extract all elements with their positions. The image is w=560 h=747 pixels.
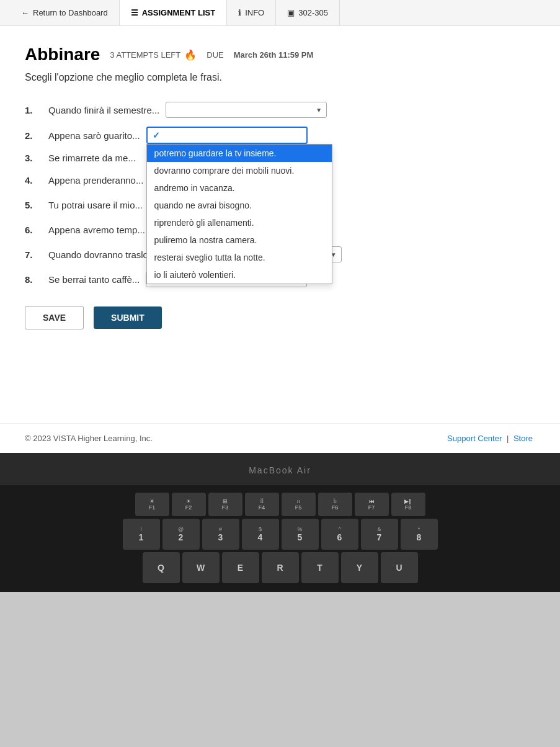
key-w[interactable]: W [182,552,220,583]
key-q[interactable]: Q [143,552,180,583]
footer: © 2023 VISTA Higher Learning, Inc. Suppo… [0,423,560,453]
key-6[interactable]: ^6 [321,519,358,550]
copyright: © 2023 VISTA Higher Learning, Inc. [25,434,153,443]
assignment-list-label: ASSIGNMENT LIST [142,8,215,17]
q-text-8: Se berrai tanto caffè... [48,274,140,285]
macbook-label: MacBook Air [0,465,560,475]
q-number-7: 7. [25,249,42,260]
q-text-1: Quando finirà il semestre... [48,105,159,115]
key-u[interactable]: U [381,552,418,583]
question-item-2: 2. Appena sarò guarito... ✓ potremo guar… [25,127,535,144]
assignment-header: Abbinare 3 ATTEMPTS LEFT 🔥 DUE March 26t… [25,45,535,65]
key-e[interactable]: E [222,552,259,583]
q1-select[interactable] [166,102,327,118]
q2-dropdown-list: potremo guardare la tv insieme. dovranno… [146,144,332,284]
question-item-1: 1. Quando finirà il semestre... [25,102,535,118]
key-2[interactable]: @2 [162,519,200,550]
return-to-dashboard[interactable]: ← Return to Dashboard [10,0,120,25]
list-icon: ☰ [131,8,138,17]
store-link[interactable]: Store [513,434,533,443]
dropdown-option-2[interactable]: dovranno comprare dei mobili nuovi. [147,162,332,179]
check-icon: ✓ [153,130,160,140]
q-number-3: 3. [25,153,42,163]
support-center-link[interactable]: Support Center [447,434,502,443]
q-text-4: Appena prenderanno... [48,175,143,186]
key-4[interactable]: $4 [242,519,279,550]
key-f2[interactable]: ☀F2 [172,493,206,516]
num-key-row: !1 @2 #3 $4 %5 ^6 &7 *8 [6,519,554,550]
q-number-4: 4. [25,175,42,186]
key-r[interactable]: R [262,552,299,583]
dropdown-option-4[interactable]: quando ne avrai bisogno. [147,197,332,214]
footer-links: Support Center | Store [445,434,535,443]
q-number-2: 2. [25,130,42,141]
return-label: Return to Dashboard [33,8,108,17]
pages-icon: ▣ [287,8,295,17]
info-icon: ℹ [238,8,241,17]
dropdown-option-8[interactable]: io li aiuterò volentieri. [147,266,332,284]
instructions: Scegli l'opzione che meglio completa le … [25,72,535,83]
dropdown-option-1[interactable]: potremo guardare la tv insieme. [147,145,332,162]
q2-dropdown-wrapper[interactable]: ✓ potremo guardare la tv insieme. dovran… [146,127,308,144]
key-3[interactable]: #3 [202,519,239,550]
arrow-left-icon: ← [21,8,29,17]
info-label: INFO [245,8,264,17]
dropdown-option-6[interactable]: puliremo la nostra camera. [147,231,332,249]
assignment-title: Abbinare [25,45,100,65]
content-area: Abbinare 3 ATTEMPTS LEFT 🔥 DUE March 26t… [0,26,560,423]
q-text-3: Se rimarrete da me... [48,153,136,163]
key-y[interactable]: Y [341,552,378,583]
key-f5[interactable]: ⠶F5 [282,493,316,516]
key-f4[interactable]: ⠿F4 [245,493,279,516]
attempts-badge: 3 ATTEMPTS LEFT 🔥 [110,49,197,61]
submit-button[interactable]: SUBMIT [94,306,162,329]
q-number-8: 8. [25,274,42,285]
q-text-2: Appena sarò guarito... [48,130,140,141]
dropdown-option-7[interactable]: resterai sveglio tutta la notte. [147,249,332,266]
due-date: March 26th 11:59 PM [234,50,314,60]
assignment-list-nav[interactable]: ☰ ASSIGNMENT LIST [120,0,227,25]
question-list: 1. Quando finirà il semestre... 2. Appen… [25,102,535,287]
fn-key-row: ☀F1 ☀F2 ⊞F3 ⠿F4 ⠶F5 ⠷F6 ⏮F7 ▶‖F8 [6,493,554,516]
pages-label: 302-305 [298,8,328,17]
key-7[interactable]: &7 [361,519,398,550]
q-number-1: 1. [25,105,42,115]
attempts-label: 3 ATTEMPTS LEFT [110,50,180,60]
q-number-5: 5. [25,200,42,210]
key-f1[interactable]: ☀F1 [135,493,169,516]
pages-nav[interactable]: ▣ 302-305 [276,0,340,25]
q2-dropdown-field[interactable]: ✓ [146,127,308,144]
button-row: SAVE SUBMIT [25,306,535,329]
key-f8[interactable]: ▶‖F8 [391,493,425,516]
key-8[interactable]: *8 [401,519,438,550]
key-5[interactable]: %5 [282,519,319,550]
q1-select-wrapper[interactable] [166,102,327,118]
dropdown-option-3[interactable]: andremo in vacanza. [147,179,332,197]
key-1[interactable]: !1 [123,519,160,550]
q-number-6: 6. [25,225,42,235]
key-f3[interactable]: ⊞F3 [208,493,242,516]
key-f6[interactable]: ⠷F6 [318,493,352,516]
fire-icon: 🔥 [184,49,197,61]
dropdown-option-5[interactable]: riprenderò gli allenamenti. [147,214,332,231]
top-navigation: ← Return to Dashboard ☰ ASSIGNMENT LIST … [0,0,560,26]
save-button[interactable]: SAVE [25,306,84,329]
q-text-5: Tu potrai usare il mio... [48,200,143,210]
macbook-section: MacBook Air ☀F1 ☀F2 ⊞F3 ⠿F4 ⠶F5 ⠷F6 ⏮F7 … [0,453,560,592]
info-nav[interactable]: ℹ INFO [227,0,276,25]
key-t[interactable]: T [301,552,339,583]
key-f7[interactable]: ⏮F7 [355,493,389,516]
keyboard: ☀F1 ☀F2 ⊞F3 ⠿F4 ⠶F5 ⠷F6 ⏮F7 ▶‖F8 !1 @2 #… [0,485,560,592]
footer-separator: | [507,434,509,443]
q-text-6: Appena avremo temp... [48,225,145,235]
due-prefix: DUE [207,50,223,60]
letter-key-row: Q W E R T Y U [6,552,554,583]
